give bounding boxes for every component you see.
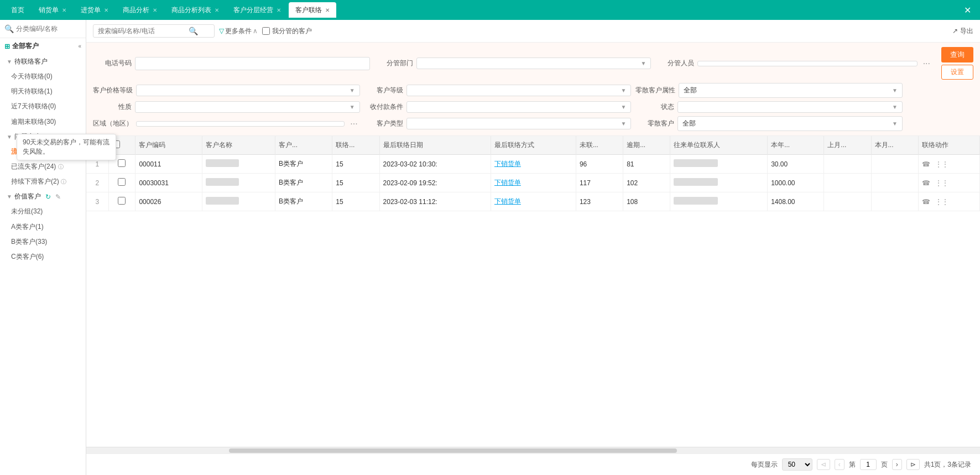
cell-index: 3 — [86, 192, 108, 211]
filter-person-select[interactable] — [697, 61, 917, 66]
next-page-button[interactable]: › — [892, 459, 902, 470]
main-search-icon[interactable]: 🔍 — [189, 27, 198, 35]
filter-customer-type-select[interactable]: ▼ — [406, 118, 632, 129]
unclassified-label: 未分组(32) — [11, 207, 43, 215]
sidebar-item-unclassified[interactable]: 未分组(32) — [0, 204, 86, 219]
filter-gender-label: 性质 — [93, 102, 132, 112]
tab-customer-tier-close[interactable]: ✕ — [277, 7, 281, 13]
action-more-icon[interactable]: ⋮⋮ — [935, 160, 948, 168]
filter-status-arrow: ▼ — [892, 104, 898, 110]
sidebar-item-class-a[interactable]: A类客户(1) — [0, 220, 86, 234]
table-container: ⚙ 客户编码 客户名称 客户... 联络... 最后联络日期 最后联络方式 未联… — [86, 136, 980, 447]
filter-zero-sale-select[interactable]: 全部 ▼ — [677, 116, 903, 131]
filter-region-more[interactable]: ··· — [348, 119, 359, 129]
value-edit-icon[interactable]: ✎ — [55, 193, 61, 201]
filter-region-select[interactable] — [136, 121, 345, 127]
first-page-button[interactable]: ⊲ — [817, 459, 830, 470]
sidebar-item-7days[interactable]: 近7天待联络(0) — [0, 99, 86, 114]
sidebar-item-overdue[interactable]: 逾期未联络(30) — [0, 114, 86, 129]
per-page-select[interactable]: 50 100 — [782, 458, 812, 471]
more-conditions-label: 更多条件 — [225, 27, 252, 36]
sidebar-group-value[interactable]: ▼ 价值客户 ↻ ✎ — [0, 189, 86, 204]
unit-contact-blurred — [674, 197, 718, 205]
row-checkbox[interactable] — [118, 159, 126, 167]
class-b-label: B类客户(33) — [11, 238, 47, 246]
prev-page-button[interactable]: ‹ — [835, 459, 845, 470]
sidebar-item-class-c[interactable]: C类客户(6) — [0, 249, 86, 264]
tab-customer-tier[interactable]: 客户分层经营 ✕ — [227, 2, 288, 18]
sidebar-item-tomorrow[interactable]: 明天待联络(1) — [0, 84, 86, 99]
action-phone-icon[interactable]: ☎ — [922, 198, 930, 206]
tooltip-text: 90天未交易的客户，可能有流失风险。 — [23, 138, 110, 155]
my-customers-checkbox-container[interactable]: 我分管的客户 — [262, 27, 312, 36]
sidebar-group-pending[interactable]: ▼ 待联络客户 — [0, 54, 86, 69]
tab-purchase[interactable]: 进货单 ✕ — [74, 2, 115, 18]
tab-product-analysis-list[interactable]: 商品分析列表 ✕ — [165, 2, 226, 18]
more-conditions-button[interactable]: ▽ 更多条件 ∧ — [219, 27, 258, 36]
filter-price-level-select[interactable]: ▼ — [136, 85, 360, 96]
tab-product-analysis-list-close[interactable]: ✕ — [215, 7, 219, 13]
tab-sales[interactable]: 销货单 ✕ — [32, 2, 73, 18]
export-icon: ↗ — [952, 27, 958, 35]
class-a-label: A类客户(1) — [11, 223, 44, 231]
cell-last-method[interactable]: 下销货单 — [491, 192, 576, 211]
action-more-icon[interactable]: ⋮⋮ — [935, 179, 948, 187]
filter-person-more[interactable]: ··· — [921, 59, 932, 69]
sidebar-item-declining[interactable]: 持续下滑客户(2) ⓘ — [0, 174, 86, 189]
horizontal-scrollbar[interactable] — [86, 447, 980, 453]
cell-last-method[interactable]: 下销货单 — [491, 174, 576, 192]
window-close-button[interactable]: ✕ — [960, 5, 976, 15]
cell-uncontacted: 96 — [576, 155, 623, 174]
last-method-link[interactable]: 下销货单 — [494, 179, 521, 186]
table-row: 2 00030031 B类客户 15 2023-02-09 19:52: 下销货… — [86, 174, 980, 192]
sidebar-item-today[interactable]: 今天待联络(0) — [0, 69, 86, 84]
my-customers-checkbox[interactable] — [262, 27, 270, 35]
sidebar-all-customers[interactable]: ⊞ 全部客户 « — [0, 38, 86, 54]
cell-action[interactable]: ☎ ⋮⋮ — [918, 192, 979, 211]
main-search-input[interactable] — [98, 27, 186, 35]
cell-action[interactable]: ☎ ⋮⋮ — [918, 174, 979, 192]
last-page-button[interactable]: ⊳ — [906, 459, 920, 470]
sidebar-item-class-b[interactable]: B类客户(33) — [0, 234, 86, 249]
tab-product-analysis-close[interactable]: ✕ — [153, 7, 157, 13]
filter-customer-level-select[interactable]: ▼ — [406, 85, 632, 96]
th-name-label: 客户名称 — [206, 141, 232, 149]
cell-checkbox[interactable] — [108, 192, 135, 211]
last-method-link[interactable]: 下销货单 — [494, 197, 521, 205]
customer-name-blurred — [206, 159, 239, 167]
tab-home[interactable]: 首页 — [4, 2, 31, 18]
cell-index: 2 — [86, 174, 108, 192]
tab-customer-link-close[interactable]: ✕ — [325, 7, 330, 13]
action-phone-icon[interactable]: ☎ — [922, 160, 930, 168]
filter-zero-attr-select[interactable]: 全部 ▼ — [679, 83, 903, 98]
row-checkbox[interactable] — [118, 178, 126, 186]
scrollbar-thumb[interactable] — [229, 448, 677, 453]
value-refresh-icon[interactable]: ↻ — [45, 193, 51, 201]
per-page-label: 每页显示 — [751, 460, 778, 469]
row-checkbox[interactable] — [118, 197, 126, 205]
tab-purchase-close[interactable]: ✕ — [104, 7, 108, 13]
cell-checkbox[interactable] — [108, 174, 135, 192]
tab-customer-link[interactable]: 客户联络 ✕ — [289, 2, 336, 18]
th-this-month-label: 本月... — [875, 141, 894, 149]
action-more-icon[interactable]: ⋮⋮ — [935, 198, 948, 206]
filter-phone-input[interactable] — [135, 57, 370, 70]
sidebar-collapse-btn[interactable]: « — [78, 43, 81, 49]
tab-sales-close[interactable]: ✕ — [62, 7, 66, 13]
cell-last-method[interactable]: 下销货单 — [491, 155, 576, 174]
tab-product-analysis[interactable]: 商品分析 ✕ — [116, 2, 164, 18]
filter-gender-select[interactable]: ▼ — [135, 101, 360, 113]
cell-action[interactable]: ☎ ⋮⋮ — [918, 155, 979, 174]
sidebar-search-input[interactable] — [16, 25, 86, 33]
query-button[interactable]: 查询 — [941, 47, 973, 62]
filter-dept-select[interactable]: ▼ — [416, 58, 651, 69]
th-overdue: 逾期... — [623, 136, 670, 155]
page-input[interactable] — [860, 459, 877, 470]
sidebar-item-lost[interactable]: 已流失客户(24) ⓘ — [0, 159, 86, 174]
filter-payment-select[interactable]: ▼ — [406, 101, 632, 113]
settings-button[interactable]: 设置 — [941, 65, 973, 80]
filter-status-select[interactable]: ▼ — [677, 101, 903, 113]
last-method-link[interactable]: 下销货单 — [494, 160, 521, 168]
action-phone-icon[interactable]: ☎ — [922, 179, 930, 187]
export-button[interactable]: ↗ 导出 — [952, 27, 973, 36]
